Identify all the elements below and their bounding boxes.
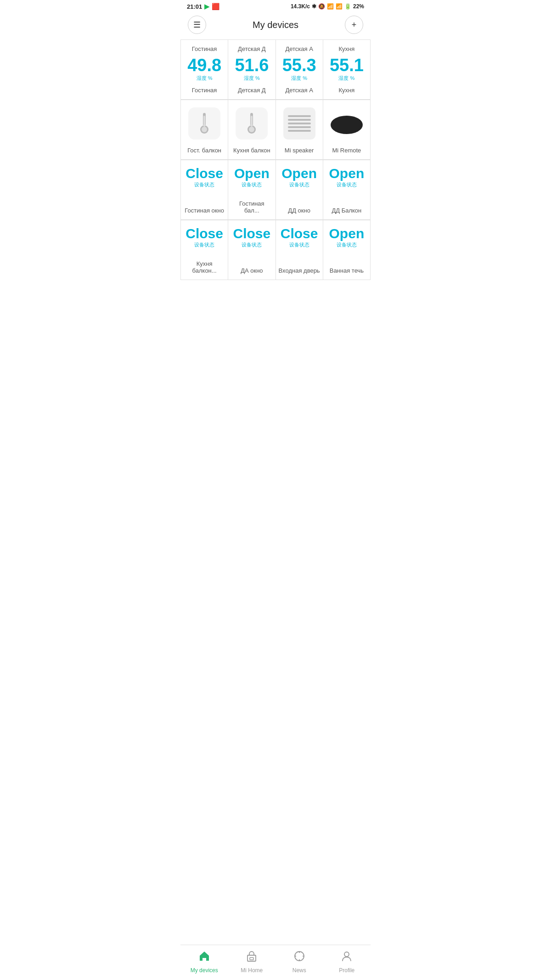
device-cell-detskaya-d-humidity[interactable]: Детская Д 51.6 湿度 % Детская Д [228, 40, 276, 100]
humidity-value-wrap: 51.6 湿度 % [235, 56, 269, 82]
room-label: Кухня [338, 45, 354, 52]
svg-point-7 [249, 127, 254, 132]
thermometer-icon [197, 112, 212, 135]
status-value: Open [281, 166, 317, 181]
device-name: ДА окно [241, 267, 263, 274]
status-label: 设备状态 [186, 181, 223, 188]
status-value: Close [281, 226, 318, 241]
device-cell-dd-okno[interactable]: Open 设备状态 ДД окно [276, 160, 323, 220]
device-cell-mi-speaker[interactable]: Mi speaker [276, 100, 323, 160]
device-name: Ванная течь [330, 267, 364, 274]
record-icon: 🟥 [212, 3, 219, 10]
humidity-grid: Гостиная 49.8 湿度 % Гостиная Детская Д 51… [180, 39, 371, 100]
status-value: Open [329, 226, 365, 241]
air-line-1 [288, 115, 311, 117]
humidity-value: 55.3 [282, 56, 316, 74]
device-cell-kuhnya-balkon-sensor[interactable]: Кухня балкон [228, 100, 276, 160]
humidity-unit: 湿度 % [330, 75, 364, 82]
svg-point-3 [202, 127, 207, 132]
status-left: 21:01 ▶ 🟥 [187, 3, 219, 10]
device-name: Гостиная бал... [231, 200, 272, 214]
status-wrap: Close 设备状态 [281, 226, 318, 248]
device-name: Кухня балкон [233, 147, 270, 154]
humidity-value-wrap: 55.1 湿度 % [330, 56, 364, 82]
device-cell-kuhnya-balkon[interactable]: Close 设备状态 Кухня балкон... [181, 220, 228, 280]
bluetooth-icon: ✱ [312, 3, 316, 10]
device-cell-gost-balkon[interactable]: Гост. балкон [181, 100, 228, 160]
room-label: Детская А [285, 45, 313, 52]
svg-rect-6 [251, 116, 253, 127]
device-name: Детская А [285, 87, 313, 94]
wifi-icon: 📶 [327, 3, 334, 10]
device-name: Mi Remote [332, 147, 361, 154]
status-label: 设备状态 [233, 241, 271, 248]
device-cell-da-okno[interactable]: Close 设备状态 ДА окно [228, 220, 276, 280]
device-name: Гост. балкон [187, 147, 221, 154]
device-cell-gostinaya-bal[interactable]: Open 设备状态 Гостиная бал... [228, 160, 276, 220]
status-right: 14.3K/с ✱ 🔕 📶 📶 🔋 22% [291, 3, 364, 10]
thermometer-icon-wrap [188, 107, 220, 140]
thermometer-icon-wrap [236, 107, 268, 140]
room-label: Детская Д [238, 45, 266, 52]
status-wrap: Close 设备状态 [186, 166, 223, 188]
status-label: 设备状态 [281, 241, 318, 248]
device-cell-kuhnya-humidity[interactable]: Кухня 55.1 湿度 % Кухня [323, 40, 371, 100]
status-wrap: Close 设备状态 [233, 226, 271, 248]
play-icon: ▶ [204, 3, 209, 10]
status-wrap: Close 设备状态 [186, 226, 223, 248]
humidity-unit: 湿度 % [187, 75, 221, 82]
device-cell-gostinaya-humidity[interactable]: Гостиная 49.8 湿度 % Гостиная [181, 40, 228, 100]
humidity-value-wrap: 55.3 湿度 % [282, 56, 316, 82]
status-grid-1: Close 设备状态 Гостиная окно Open 设备状态 Гости… [180, 160, 371, 220]
mi-remote-icon [331, 116, 363, 134]
status-wrap: Open 设备状态 [329, 226, 365, 248]
humidity-value: 51.6 [235, 56, 269, 74]
status-wrap: Open 设备状态 [329, 166, 365, 188]
status-label: 设备状态 [186, 241, 223, 248]
status-grid-2: Close 设备状态 Кухня балкон... Close 设备状态 ДА… [180, 220, 371, 280]
battery-icon: 🔋 [344, 3, 351, 10]
air-line-3 [288, 123, 311, 124]
device-cell-dd-balkon[interactable]: Open 设备状态 ДД Балкон [323, 160, 371, 220]
device-cell-vannaya[interactable]: Open 设备状态 Ванная течь [323, 220, 371, 280]
status-value: Open [234, 166, 270, 181]
device-cell-gostinaya-okno[interactable]: Close 设备状态 Гостиная окно [181, 160, 228, 220]
device-cell-detskaya-a-humidity[interactable]: Детская А 55.3 湿度 % Детская А [276, 40, 323, 100]
status-value: Close [186, 166, 223, 181]
network-speed: 14.3K/с [291, 3, 310, 10]
menu-button[interactable]: ☰ [188, 16, 206, 34]
signal-icon: 📶 [336, 3, 343, 10]
status-label: 设备状态 [281, 181, 317, 188]
device-name: Кухня [338, 87, 354, 94]
air-line-4 [288, 126, 311, 128]
device-name: Кухня балкон... [184, 260, 225, 274]
device-name: Детская Д [238, 87, 266, 94]
air-line-2 [288, 119, 311, 121]
svg-rect-2 [203, 116, 205, 127]
device-name: Входная дверь [279, 267, 320, 274]
device-cell-vkhodnaya[interactable]: Close 设备状态 Входная дверь [276, 220, 323, 280]
status-value: Close [186, 226, 223, 241]
device-name: ДД Балкон [332, 207, 361, 214]
thermometer-icon [244, 112, 259, 135]
status-wrap: Open 设备状态 [234, 166, 270, 188]
status-bar: 21:01 ▶ 🟥 14.3K/с ✱ 🔕 📶 📶 🔋 22% [180, 0, 371, 12]
top-bar: ☰ My devices + [180, 12, 371, 39]
status-label: 设备状态 [234, 181, 270, 188]
status-value: Open [329, 166, 365, 181]
humidity-value: 49.8 [187, 56, 221, 74]
air-purifier-icon [283, 107, 315, 140]
status-time: 21:01 [187, 3, 202, 10]
device-name: ДД окно [288, 207, 310, 214]
mute-icon: 🔕 [318, 3, 325, 10]
room-label: Гостиная [192, 45, 217, 52]
page-title: My devices [253, 20, 298, 30]
sensor-icon-grid: Гост. балкон Кухня балкон Mi speaker [180, 100, 371, 160]
battery-level: 22% [353, 3, 364, 10]
device-cell-mi-remote[interactable]: Mi Remote [323, 100, 371, 160]
device-name: Гостиная [192, 87, 217, 94]
humidity-unit: 湿度 % [282, 75, 316, 82]
humidity-value-wrap: 49.8 湿度 % [187, 56, 221, 82]
add-button[interactable]: + [345, 16, 363, 34]
status-wrap: Open 设备状态 [281, 166, 317, 188]
